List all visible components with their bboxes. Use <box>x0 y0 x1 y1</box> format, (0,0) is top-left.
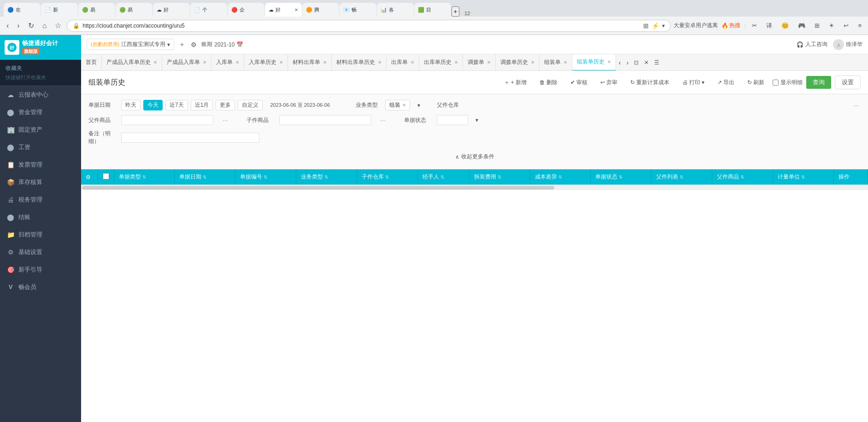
tab-scroll-right[interactable]: › <box>624 59 632 66</box>
status-dropdown[interactable]: 已审核 未审核 <box>437 115 468 125</box>
show-detail-checkbox-label[interactable]: 显示明细 <box>773 79 803 87</box>
emoji-btn[interactable]: 😊 <box>779 21 792 30</box>
user-profile[interactable]: 人 徐泽华 <box>833 39 862 50</box>
grid-btn[interactable]: ⊞ <box>812 21 822 30</box>
remove-business-type-tag[interactable]: ✕ <box>402 103 406 108</box>
th-parent-list[interactable]: 父件列表 ⇅ <box>651 169 712 185</box>
th-number[interactable]: 单据编号 ⇅ <box>235 169 296 185</box>
browser-tab-7[interactable]: 🔴 企 <box>228 3 264 17</box>
page-tab-outbound[interactable]: 出库单 ✕ <box>387 54 419 71</box>
th-unit[interactable]: 计量单位 ⇅ <box>773 169 833 185</box>
tab-settings[interactable]: ☰ <box>651 59 662 66</box>
page-tab-inbound-history[interactable]: 入库单历史 ✕ <box>244 54 288 71</box>
new-tab-button[interactable]: ＋ <box>452 6 459 17</box>
sidebar-item-member[interactable]: V 畅会员 <box>0 278 81 296</box>
page-tab-home[interactable]: 首页 <box>81 54 102 71</box>
select-all-checkbox[interactable] <box>103 173 109 179</box>
th-disassembly-fee[interactable]: 拆装费用 ⇅ <box>469 169 530 185</box>
sidebar-item-inventory[interactable]: 📦 库存核算 <box>0 173 81 191</box>
close-tab-assembly-history[interactable]: ✕ <box>607 59 611 64</box>
add-button[interactable]: ＋ + 新增 <box>499 77 531 88</box>
th-settings[interactable]: ⚙ <box>81 169 98 185</box>
date-btn-more[interactable]: 更多 <box>216 100 235 110</box>
th-date[interactable]: 单据日期 ⇅ <box>175 169 235 185</box>
browser-tab-5[interactable]: ☁ 好 <box>153 3 190 17</box>
sidebar-item-invoice[interactable]: 📋 发票管理 <box>0 156 81 173</box>
browser-tab-1[interactable]: 🔵 在 <box>4 3 41 17</box>
show-detail-checkbox[interactable] <box>773 80 779 86</box>
horizontal-scrollbar[interactable] <box>81 185 868 190</box>
page-tab-transfer[interactable]: 调拨单 ✕ <box>463 54 496 71</box>
browser-tab-12[interactable]: 🟩 目 <box>414 3 451 17</box>
more-btn[interactable]: ≡ <box>855 21 864 30</box>
close-tab-outbound-history[interactable]: ✕ <box>454 60 458 65</box>
sidebar-item-cloud-reports[interactable]: ☁ 云报表中心 <box>0 86 81 104</box>
tab-expand[interactable]: ⊡ <box>631 59 641 66</box>
notes-input[interactable] <box>121 133 259 143</box>
address-bar[interactable]: 🔒 https://cloud.chanjet.com/accounting/u… <box>67 20 671 32</box>
sidebar-item-fixed-assets[interactable]: 🏢 固定资产 <box>0 121 81 139</box>
game-btn[interactable]: 🎮 <box>795 21 808 30</box>
cut-btn[interactable]: ✂ <box>749 21 760 30</box>
child-product-more[interactable]: ··· <box>379 116 388 124</box>
search-text[interactable]: 大量安卓用户逃离 <box>674 22 718 29</box>
close-tab-transfer-history[interactable]: ✕ <box>531 60 534 65</box>
th-business-type[interactable]: 业务类型 ⇅ <box>296 169 357 185</box>
page-tab-produce-in[interactable]: 产成品入库单 ✕ <box>162 54 211 71</box>
sidebar-item-close-accounts[interactable]: ⬤ 结账 <box>0 208 81 226</box>
date-btn-custom[interactable]: 自定义 <box>238 100 263 110</box>
browser-tab-6[interactable]: 📄 个 <box>190 3 227 17</box>
browser-tab-9[interactable]: 🟠 腾 <box>302 3 339 17</box>
sidebar-item-archive[interactable]: 📁 归档管理 <box>0 226 81 243</box>
page-tab-transfer-history[interactable]: 调拨单历史 ✕ <box>496 54 540 71</box>
close-tab-material-out-history[interactable]: ✕ <box>378 60 381 65</box>
browser-tab-4[interactable]: 🟢 易 <box>116 3 152 17</box>
page-tab-outbound-history[interactable]: 出库单历史 ✕ <box>419 54 463 71</box>
browser-tab-8[interactable]: ☁ 好 ✕ <box>265 3 302 17</box>
tab-close-8[interactable]: ✕ <box>294 7 298 12</box>
sidebar-item-tax[interactable]: 🖨 税务管理 <box>0 191 81 208</box>
close-tab-produce-in[interactable]: ✕ <box>203 60 206 65</box>
company-settings-button[interactable]: ⚙ <box>190 40 198 49</box>
unapprove-button[interactable]: ↩ 弃审 <box>596 77 622 88</box>
th-type[interactable]: 单据类型 ⇅ <box>114 169 175 185</box>
tab-close-all-btn[interactable]: ✕ <box>641 59 651 66</box>
query-button[interactable]: 查询 <box>806 76 831 89</box>
history-btn[interactable]: ↩ <box>841 21 851 30</box>
sidebar-item-guide[interactable]: 🎯 新手引导 <box>0 261 81 278</box>
page-tab-inbound[interactable]: 入库单 ✕ <box>211 54 244 71</box>
translate-btn[interactable]: 译 <box>763 21 775 31</box>
sidebar-item-basic-settings[interactable]: ⚙ 基础设置 <box>0 243 81 261</box>
close-tab-material-out[interactable]: ✕ <box>323 60 327 65</box>
parent-product-input[interactable] <box>121 115 213 125</box>
th-handler[interactable]: 经手人 ⇅ <box>417 169 469 185</box>
calendar-icon[interactable]: 📅 <box>236 41 243 48</box>
reload-button[interactable]: ↻ <box>25 19 37 32</box>
browser-tab-2[interactable]: 📄 新 <box>41 3 78 17</box>
page-tab-produce-in-history[interactable]: 产成品入库单历史 ✕ <box>102 54 162 71</box>
page-tab-assembly[interactable]: 组装单 ✕ <box>540 54 572 71</box>
browser-tab-3[interactable]: 🟢 易 <box>78 3 115 17</box>
th-cost-diff[interactable]: 成本差异 ⇅ <box>530 169 591 185</box>
print-button[interactable]: 🖨 打印 ▾ <box>678 77 709 88</box>
column-settings-icon[interactable]: ⚙ <box>86 174 91 180</box>
forward-button[interactable]: › <box>14 20 22 32</box>
approve-button[interactable]: ✔ 审核 <box>566 77 592 88</box>
brightness-btn[interactable]: ☀ <box>826 21 837 30</box>
th-status[interactable]: 单据状态 ⇅ <box>591 169 651 185</box>
filter-more-dots[interactable]: ··· <box>851 102 861 109</box>
date-btn-today[interactable]: 今天 <box>143 100 163 110</box>
favorites-shortcut[interactable]: 快捷键打开收藏夹 <box>6 74 76 81</box>
parent-product-more[interactable]: ··· <box>221 116 230 124</box>
close-tab-assembly[interactable]: ✕ <box>563 60 567 65</box>
date-btn-7days[interactable]: 近7天 <box>165 100 188 110</box>
address-chevron-icon[interactable]: ▾ <box>662 23 665 29</box>
sidebar-item-funds[interactable]: ⬤ 资金管理 <box>0 104 81 121</box>
hot-search-btn[interactable]: 🔥 热搜 <box>721 22 740 29</box>
help-link[interactable]: 🎧 人工咨询 <box>797 40 827 48</box>
back-button[interactable]: ‹ <box>4 20 12 32</box>
date-btn-yesterday[interactable]: 昨天 <box>121 100 141 110</box>
collapse-filters-button[interactable]: ∧ 收起更多条件 <box>88 150 861 163</box>
th-parent-product[interactable]: 父件商品 ⇅ <box>712 169 773 185</box>
company-selector[interactable]: (勿删勿禁用) 江西服宝测试专用 ▾ <box>87 39 174 50</box>
